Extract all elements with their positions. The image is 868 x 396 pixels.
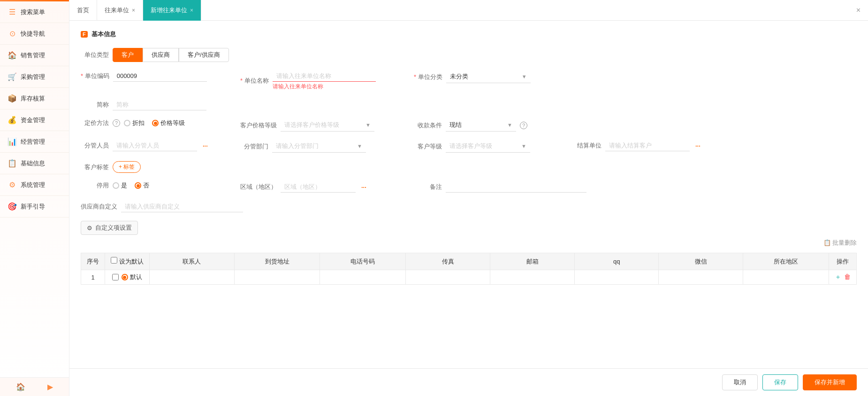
fax-input[interactable]	[411, 274, 484, 281]
tab-home[interactable]: 首页	[69, 0, 97, 21]
col-index: 序号	[81, 253, 105, 270]
row-delete-btn[interactable]: 🗑	[844, 273, 851, 281]
phone-input[interactable]	[326, 274, 400, 281]
batch-delete-btn[interactable]: 📋 批量删除	[81, 237, 857, 249]
email-input[interactable]	[496, 274, 569, 281]
custom-settings-button[interactable]: ⚙ 自定义项设置	[81, 221, 138, 235]
sidebar-item-purchase[interactable]: 🛒 采购管理	[0, 66, 69, 88]
short-name-input[interactable]	[113, 99, 206, 110]
disabled-radio-group: 是 否	[113, 181, 149, 190]
default-radio[interactable]: 默认	[122, 273, 142, 281]
customer-price-level-select[interactable]: 请选择客户价格等级 ▼	[281, 119, 374, 132]
cell-email[interactable]	[490, 270, 575, 285]
address-input[interactable]	[240, 274, 314, 281]
sidebar-item-search[interactable]: ☰ 搜索菜单	[0, 1, 69, 23]
cell-contact[interactable]	[149, 270, 234, 285]
tab-partner-label: 往来单位	[105, 6, 129, 15]
tab-new-partner[interactable]: 新增往来单位 ×	[143, 0, 201, 21]
cell-address[interactable]	[234, 270, 320, 285]
sidebar-item-sales[interactable]: 🏠 销售管理	[0, 45, 69, 66]
tab-new-partner-label: 新增往来单位	[151, 6, 187, 15]
select-all-checkbox[interactable]	[111, 257, 117, 264]
customer-level-group: 客户等级 请选择客户等级 ▼	[414, 140, 573, 153]
cell-phone[interactable]	[320, 270, 406, 285]
sidebar-item-system[interactable]: ⚙ 系统管理	[0, 174, 69, 196]
cell-wechat[interactable]	[659, 270, 743, 285]
manager-row: 分管人员 ··· 分管部门 请输入分管部门 ▼ 客户等级 请选择客户等级 ▼ 结…	[81, 140, 857, 153]
batch-delete-icon: 📋	[823, 239, 831, 246]
pricing-radio-group: 折扣 价格等级	[124, 119, 185, 127]
disabled-no-circle	[135, 182, 141, 189]
add-tag-button[interactable]: + 标签	[113, 161, 141, 173]
unit-name-input[interactable]	[273, 70, 376, 82]
sidebar-home-btn[interactable]: 🏠	[16, 382, 25, 391]
save-new-button[interactable]: 保存并新增	[803, 374, 857, 390]
disabled-yes-label: 是	[121, 181, 127, 190]
pricing-help-icon[interactable]: ?	[113, 119, 120, 127]
sidebar-item-operations[interactable]: 📊 经营管理	[0, 131, 69, 153]
col-phone: 电话号码	[320, 253, 406, 270]
col-wechat: 微信	[659, 253, 743, 270]
disabled-yes-radio[interactable]: 是	[113, 181, 127, 190]
sidebar-item-finance[interactable]: 💰 资金管理	[0, 109, 69, 131]
row-checkbox[interactable]	[112, 274, 119, 280]
pricing-method-label: 定价方法	[81, 119, 109, 127]
save-button[interactable]: 保存	[762, 374, 798, 390]
supplier-custom-group: 供应商自定义	[81, 201, 857, 212]
sidebar-label-finance: 资金管理	[21, 116, 45, 124]
supplier-custom-input[interactable]	[121, 201, 243, 212]
contact-table: 序号 设为默认 联系人 到货地址 电话号码 传真 邮箱 qq 微信 所在地区 操…	[81, 253, 857, 285]
remark-input[interactable]	[446, 181, 586, 193]
manager-input[interactable]	[113, 140, 197, 151]
pricing-discount-radio[interactable]: 折扣	[124, 119, 145, 127]
payment-terms-select[interactable]: 现结 ▼	[446, 119, 516, 132]
unit-code-input[interactable]	[113, 70, 207, 82]
payment-help-icon[interactable]: ?	[520, 122, 527, 129]
customer-level-select[interactable]: 请选择客户等级 ▼	[446, 140, 530, 153]
unit-category-select[interactable]: 未分类 ▼	[446, 70, 531, 83]
row-add-btn[interactable]: ＋	[835, 273, 841, 281]
sidebar-item-guide[interactable]: 🎯 新手引导	[0, 196, 69, 217]
cancel-button[interactable]: 取消	[722, 374, 758, 390]
tab-new-partner-close[interactable]: ×	[190, 7, 193, 14]
table-region-input[interactable]	[749, 274, 823, 281]
contact-input[interactable]	[155, 274, 228, 281]
payment-terms-chevron: ▼	[507, 122, 512, 128]
sidebar-expand-btn[interactable]: ▶	[47, 382, 53, 391]
unit-btn-customer[interactable]: 客户	[113, 48, 143, 62]
cell-region[interactable]	[743, 270, 829, 285]
customer-price-level-chevron: ▼	[365, 122, 371, 128]
sidebar-item-basic[interactable]: 📋 基础信息	[0, 153, 69, 174]
cell-fax[interactable]	[405, 270, 490, 285]
window-close-btn[interactable]: ×	[849, 6, 868, 15]
customer-level-chevron: ▼	[521, 143, 526, 149]
department-select[interactable]: 请输入分管部门 ▼	[272, 140, 366, 153]
cell-qq[interactable]	[575, 270, 659, 285]
default-radio-circle	[122, 274, 128, 280]
sidebar-item-shortcut[interactable]: ⊙ 快捷导航	[0, 23, 69, 45]
disabled-no-label: 否	[143, 181, 149, 190]
tab-partner-close[interactable]: ×	[132, 7, 135, 14]
unit-btn-supplier[interactable]: 供应商	[143, 48, 179, 62]
disabled-no-radio[interactable]: 否	[135, 181, 149, 190]
wechat-input[interactable]	[664, 274, 737, 281]
region-input[interactable]	[281, 181, 356, 193]
settlement-dots-btn[interactable]: ···	[693, 141, 702, 150]
custom-settings-row: ⚙ 自定义项设置	[81, 221, 857, 235]
payment-terms-label: 收款条件	[414, 121, 442, 130]
tab-bar: 首页 往来单位 × 新增往来单位 × ×	[69, 0, 868, 21]
system-icon: ⚙	[8, 180, 17, 189]
row-actions: ＋ 🗑	[835, 273, 851, 281]
disabled-yes-circle	[113, 182, 119, 189]
manager-dots-btn[interactable]: ···	[201, 141, 210, 150]
tab-partner[interactable]: 往来单位 ×	[97, 0, 143, 21]
unit-btn-both[interactable]: 客户/供应商	[179, 48, 229, 62]
settlement-input[interactable]	[605, 140, 690, 151]
qq-input[interactable]	[580, 274, 653, 281]
col-fax: 传真	[405, 253, 490, 270]
sidebar-label-sales: 销售管理	[21, 51, 45, 60]
table-header-row: 序号 设为默认 联系人 到货地址 电话号码 传真 邮箱 qq 微信 所在地区 操…	[81, 253, 857, 270]
sidebar-item-inventory[interactable]: 📦 库存核算	[0, 88, 69, 109]
pricing-level-radio[interactable]: 价格等级	[152, 119, 185, 127]
region-dots-btn[interactable]: ···	[359, 183, 368, 192]
